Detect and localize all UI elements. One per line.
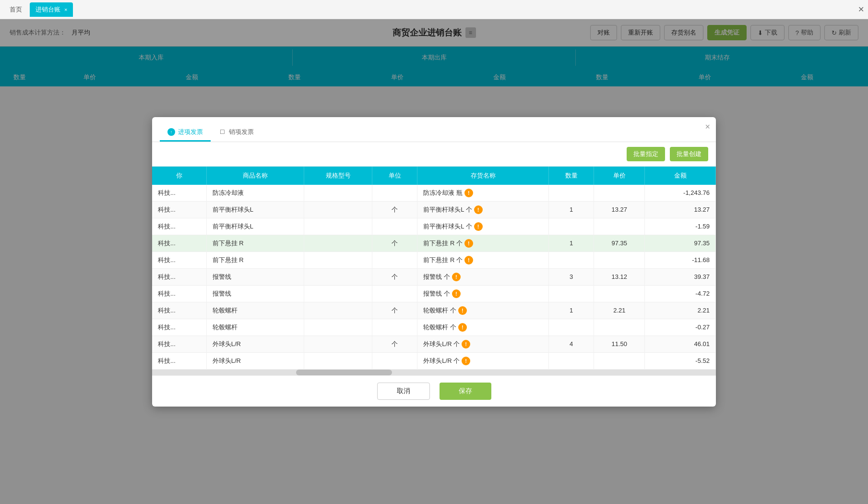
cell-unit-price — [594, 252, 645, 268]
cell-spec — [304, 336, 372, 352]
cell-inventory-name: 前下悬挂 R 个! — [417, 252, 549, 268]
cell-unit: 个 — [372, 302, 417, 319]
cell-col1: 科技... — [152, 252, 206, 268]
scrollbar-thumb[interactable] — [296, 370, 392, 375]
cell-col1: 科技... — [152, 285, 206, 302]
horizontal-scrollbar[interactable] — [152, 370, 716, 375]
cell-quantity: 1 — [549, 235, 594, 252]
warning-icon: ! — [464, 256, 473, 264]
warning-icon: ! — [452, 289, 461, 298]
cell-spec — [304, 352, 372, 369]
cell-inventory-name: 前平衡杆球头L 个! — [417, 218, 549, 235]
cell-spec — [304, 218, 372, 235]
dialog-table-container[interactable]: 你 商品名称 规格型号 单位 存货名称 数量 单价 金额 科技... 防冻冷却液 — [152, 167, 716, 375]
top-nav: 首页 进销台账 × ✕ — [0, 0, 868, 19]
window-close-button[interactable]: ✕ — [858, 5, 864, 14]
table-body: 科技... 防冻冷却液 防冻冷却液 瓶! -1,243.76 科技... 前平衡… — [152, 185, 716, 370]
cell-unit-price — [594, 218, 645, 235]
cell-amount: -1,243.76 — [645, 185, 716, 202]
cell-amount: 2.21 — [645, 302, 716, 319]
cell-unit — [372, 285, 417, 302]
table-row: 科技... 外球头L/R 个 外球头L/R 个! 4 11.50 46.01 — [152, 336, 716, 352]
main-content: 销售成本计算方法： 月平均 商贸企业进销台账 ≡ 对账 重新开账 存货别名 生成… — [0, 19, 868, 504]
cell-quantity — [549, 285, 594, 302]
cell-product-name: 报警线 — [206, 268, 304, 285]
cell-unit-price — [594, 185, 645, 202]
table-header-row: 你 商品名称 规格型号 单位 存货名称 数量 单价 金额 — [152, 167, 716, 185]
cell-unit: 个 — [372, 268, 417, 285]
cell-product-name: 轮毂螺杆 — [206, 302, 304, 319]
cell-inventory-name: 报警线 个! — [417, 285, 549, 302]
cell-amount: -11.68 — [645, 252, 716, 268]
dialog-toolbar: 批量指定 批量创建 — [152, 142, 716, 167]
cell-quantity — [549, 352, 594, 369]
cell-quantity: 1 — [549, 201, 594, 218]
cell-col1: 科技... — [152, 302, 206, 319]
th-col1: 你 — [152, 167, 206, 185]
warning-icon: ! — [464, 239, 473, 248]
save-button[interactable]: 保存 — [440, 383, 491, 400]
th-unit: 单位 — [372, 167, 417, 185]
cell-unit — [372, 185, 417, 202]
warning-icon: ! — [474, 205, 483, 214]
cell-quantity: 4 — [549, 336, 594, 352]
cell-product-name: 报警线 — [206, 285, 304, 302]
cell-inventory-name: 轮毂螺杆 个! — [417, 302, 549, 319]
th-unit-price: 单价 — [594, 167, 645, 185]
cell-unit-price — [594, 285, 645, 302]
cell-spec — [304, 319, 372, 336]
warning-icon: ! — [452, 273, 461, 281]
dialog-footer: 取消 保存 — [152, 375, 716, 407]
nav-tab-home[interactable]: 首页 — [4, 2, 28, 17]
batch-create-button[interactable]: 批量创建 — [670, 147, 708, 161]
invoice-table: 你 商品名称 规格型号 单位 存货名称 数量 单价 金额 科技... 防冻冷却液 — [152, 167, 716, 370]
cell-unit — [372, 352, 417, 369]
cancel-button[interactable]: 取消 — [377, 383, 430, 400]
cell-unit-price: 13.27 — [594, 201, 645, 218]
dialog-close-button[interactable]: × — [705, 122, 710, 132]
cell-unit-price — [594, 352, 645, 369]
th-product-name: 商品名称 — [206, 167, 304, 185]
table-row: 科技... 报警线 报警线 个! -4.72 — [152, 285, 716, 302]
tab-outgoing-invoice[interactable]: ☐ 销项发票 — [211, 124, 262, 142]
cell-unit: 个 — [372, 235, 417, 252]
table-row: 科技... 前平衡杆球头L 个 前平衡杆球头L 个! 1 13.27 13.27 — [152, 201, 716, 218]
table-row: 科技... 前下悬挂 R 前下悬挂 R 个! -11.68 — [152, 252, 716, 268]
cell-spec — [304, 252, 372, 268]
cell-amount: -0.27 — [645, 319, 716, 336]
cell-spec — [304, 302, 372, 319]
batch-assign-button[interactable]: 批量指定 — [627, 147, 665, 161]
cell-quantity — [549, 319, 594, 336]
cell-product-name: 外球头L/R — [206, 336, 304, 352]
table-row: 科技... 防冻冷却液 防冻冷却液 瓶! -1,243.76 — [152, 185, 716, 202]
warning-icon: ! — [458, 306, 467, 315]
cell-inventory-name: 外球头L/R 个! — [417, 352, 549, 369]
tab-outgoing-label: 销项发票 — [229, 128, 254, 136]
cell-unit-price: 97.35 — [594, 235, 645, 252]
cell-quantity — [549, 252, 594, 268]
nav-tab-ledger[interactable]: 进销台账 × — [30, 2, 73, 17]
cell-amount: 97.35 — [645, 235, 716, 252]
cell-quantity: 3 — [549, 268, 594, 285]
th-amount: 金额 — [645, 167, 716, 185]
cell-amount: -4.72 — [645, 285, 716, 302]
cell-col1: 科技... — [152, 201, 206, 218]
cell-product-name: 防冻冷却液 — [206, 185, 304, 202]
cell-unit: 个 — [372, 336, 417, 352]
warning-icon: ! — [474, 222, 483, 231]
tab-incoming-invoice[interactable]: ↑ 进项发票 — [160, 124, 211, 142]
dialog-overlay: ↑ 进项发票 ☐ 销项发票 × 批量指定 批量创建 你 — [0, 19, 868, 504]
cell-unit-price: 11.50 — [594, 336, 645, 352]
th-quantity: 数量 — [549, 167, 594, 185]
table-row: 科技... 轮毂螺杆 个 轮毂螺杆 个! 1 2.21 2.21 — [152, 302, 716, 319]
tab-incoming-label: 进项发票 — [178, 128, 203, 136]
cell-col1: 科技... — [152, 352, 206, 369]
invoice-dialog: ↑ 进项发票 ☐ 销项发票 × 批量指定 批量创建 你 — [152, 117, 716, 407]
cell-amount: 39.37 — [645, 268, 716, 285]
cell-inventory-name: 外球头L/R 个! — [417, 336, 549, 352]
table-row: 科技... 外球头L/R 外球头L/R 个! -5.52 — [152, 352, 716, 369]
cell-inventory-name: 防冻冷却液 瓶! — [417, 185, 549, 202]
nav-tab-close-icon[interactable]: × — [64, 7, 67, 12]
cell-product-name: 前下悬挂 R — [206, 235, 304, 252]
th-spec: 规格型号 — [304, 167, 372, 185]
